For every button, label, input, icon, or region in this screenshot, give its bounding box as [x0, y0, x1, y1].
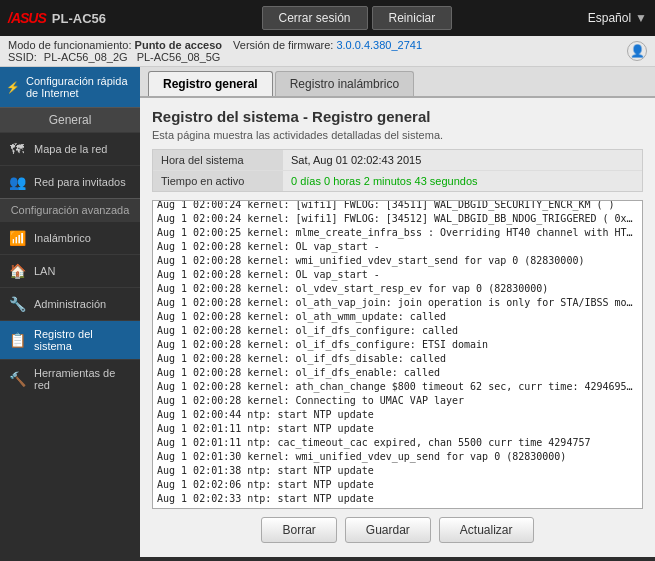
administration-icon: 🔧: [8, 295, 26, 313]
log-line: Aug 1 02:00:28 kernel: ol_ath_wmm_update…: [157, 310, 638, 324]
ssid-2g: PL-AC56_08_2G: [44, 51, 128, 63]
sidebar-item-lan[interactable]: 🏠 LAN: [0, 254, 140, 287]
network-tools-icon: 🔨: [8, 370, 26, 388]
top-bar: /ASUS PL-AC56 Cerrar sesión Reiniciar Es…: [0, 0, 655, 36]
ssid-line: SSID: PL-AC56_08_2G PL-AC56_08_5G: [8, 51, 220, 63]
sidebar-item-quick-config[interactable]: ⚡ Configuración rápida de Internet: [0, 67, 140, 107]
log-line: Aug 1 02:00:25 kernel: mlme_create_infra…: [157, 226, 638, 240]
bottom-bar: ? Help & Soporte técnico Manual | Utilid…: [0, 557, 655, 561]
log-line: Aug 1 02:00:28 kernel: Connecting to UMA…: [157, 394, 638, 408]
tab-bar: Registro general Registro inalámbrico: [140, 67, 655, 98]
firmware-value[interactable]: 3.0.0.4.380_2741: [336, 39, 422, 51]
logout-button[interactable]: Cerrar sesión: [262, 6, 368, 30]
sidebar-administration-label: Administración: [34, 298, 106, 310]
log-line: Aug 1 02:02:06 ntp: start NTP update: [157, 478, 638, 492]
main-layout: ⚡ Configuración rápida de Internet Gener…: [0, 67, 655, 557]
ssid-5g: PL-AC56_08_5G: [137, 51, 221, 63]
refresh-button[interactable]: Actualizar: [439, 517, 534, 543]
logo-area: /ASUS PL-AC56: [8, 10, 106, 26]
mode-value: Punto de acceso: [135, 39, 222, 51]
sidebar: ⚡ Configuración rápida de Internet Gener…: [0, 67, 140, 557]
restart-button[interactable]: Reiniciar: [372, 6, 453, 30]
sidebar-lan-label: LAN: [34, 265, 55, 277]
system-time-value: Sat, Aug 01 02:02:43 2015: [283, 150, 429, 170]
chevron-down-icon: ▼: [635, 11, 647, 25]
log-line: Aug 1 02:00:44 ntp: start NTP update: [157, 408, 638, 422]
language-label: Español: [588, 11, 631, 25]
network-map-icon: 🗺: [8, 140, 26, 158]
language-selector[interactable]: Español ▼: [588, 11, 647, 25]
log-line: Aug 1 02:00:28 kernel: OL vap_start -: [157, 268, 638, 282]
log-container[interactable]: Aug 1 02:00:23 kernel: wmi_unified_vdev_…: [152, 200, 643, 509]
sidebar-item-guest-network[interactable]: 👥 Red para invitados: [0, 165, 140, 198]
log-line: Aug 1 02:00:24 kernel: [wifi1] FWLOG: [3…: [157, 200, 638, 212]
uptime-value: 0 días 0 horas 2 minutos 43 segundos: [283, 171, 486, 191]
page-description: Esta página muestra las actividades deta…: [152, 129, 643, 141]
lan-icon: 🏠: [8, 262, 26, 280]
uptime-row: Tiempo en activo 0 días 0 horas 2 minuto…: [153, 171, 642, 191]
user-icon[interactable]: 👤: [627, 41, 647, 61]
asus-logo: /ASUS: [8, 10, 46, 26]
log-line: Aug 1 02:01:30 kernel: wmi_unified_vdev_…: [157, 450, 638, 464]
log-line: Aug 1 02:00:28 kernel: ol_if_dfs_enable:…: [157, 366, 638, 380]
firmware-label: Versión de firmware:: [233, 39, 333, 51]
sidebar-item-administration[interactable]: 🔧 Administración: [0, 287, 140, 320]
info-table: Hora del sistema Sat, Aug 01 02:02:43 20…: [152, 149, 643, 192]
top-bar-buttons: Cerrar sesión Reiniciar: [126, 6, 588, 30]
content-area: Registro general Registro inalámbrico Re…: [140, 67, 655, 557]
sidebar-item-network-map[interactable]: 🗺 Mapa de la red: [0, 132, 140, 165]
log-line: Aug 1 02:01:38 ntp: start NTP update: [157, 464, 638, 478]
page-content: Registro del sistema - Registro general …: [140, 98, 655, 557]
ssid-label: SSID:: [8, 51, 37, 63]
sidebar-item-wireless[interactable]: 📶 Inalámbrico: [0, 221, 140, 254]
wireless-icon: 📶: [8, 229, 26, 247]
log-line: Aug 1 02:00:24 kernel: [wifi1] FWLOG: [3…: [157, 212, 638, 226]
sidebar-section-advanced: Configuración avanzada: [0, 198, 140, 221]
save-button[interactable]: Guardar: [345, 517, 431, 543]
quick-config-icon: ⚡: [6, 81, 20, 94]
button-bar: Borrar Guardar Actualizar: [152, 509, 643, 547]
sidebar-network-tools-label: Herramientas de red: [34, 367, 132, 391]
page-title: Registro del sistema - Registro general: [152, 108, 643, 125]
log-line: Aug 1 02:00:28 kernel: ol_vdev_start_res…: [157, 282, 638, 296]
log-line: Aug 1 02:00:28 kernel: ol_if_dfs_configu…: [157, 324, 638, 338]
mode-bar: Modo de funcionamiento: Punto de acceso …: [0, 36, 655, 67]
model-name: PL-AC56: [52, 11, 106, 26]
guest-network-icon: 👥: [8, 173, 26, 191]
log-line: Aug 1 02:01:11 ntp: cac_timeout_cac expi…: [157, 436, 638, 450]
tab-wireless[interactable]: Registro inalámbrico: [275, 71, 414, 96]
sidebar-network-map-label: Mapa de la red: [34, 143, 107, 155]
clear-button[interactable]: Borrar: [261, 517, 336, 543]
sidebar-system-log-label: Registro del sistema: [34, 328, 132, 352]
log-line: Aug 1 02:00:28 kernel: ol_if_dfs_disable…: [157, 352, 638, 366]
sidebar-section-general: General: [0, 107, 140, 132]
sidebar-wireless-label: Inalámbrico: [34, 232, 91, 244]
tab-general[interactable]: Registro general: [148, 71, 273, 96]
system-log-icon: 📋: [8, 331, 26, 349]
sidebar-item-system-log[interactable]: 📋 Registro del sistema: [0, 320, 140, 359]
system-time-row: Hora del sistema Sat, Aug 01 02:02:43 20…: [153, 150, 642, 171]
sidebar-quick-label: Configuración rápida de Internet: [26, 75, 134, 99]
system-time-label: Hora del sistema: [153, 150, 283, 170]
log-line: Aug 1 02:00:28 kernel: ath_chan_change $…: [157, 380, 638, 394]
log-line: Aug 1 02:01:11 ntp: start NTP update: [157, 422, 638, 436]
mode-info: Modo de funcionamiento: Punto de acceso …: [8, 39, 422, 63]
log-line: Aug 1 02:00:28 kernel: ol_if_dfs_configu…: [157, 338, 638, 352]
log-line: Aug 1 02:00:28 kernel: ol_ath_vap_join: …: [157, 296, 638, 310]
log-line: Aug 1 02:02:33 ntp: start NTP update: [157, 492, 638, 506]
mode-label: Modo de funcionamiento:: [8, 39, 132, 51]
uptime-label: Tiempo en activo: [153, 171, 283, 191]
sidebar-guest-network-label: Red para invitados: [34, 176, 126, 188]
log-line: Aug 1 02:00:28 kernel: wmi_unified_vdev_…: [157, 254, 638, 268]
log-line: Aug 1 02:00:28 kernel: OL vap_start -: [157, 240, 638, 254]
sidebar-item-network-tools[interactable]: 🔨 Herramientas de red: [0, 359, 140, 398]
